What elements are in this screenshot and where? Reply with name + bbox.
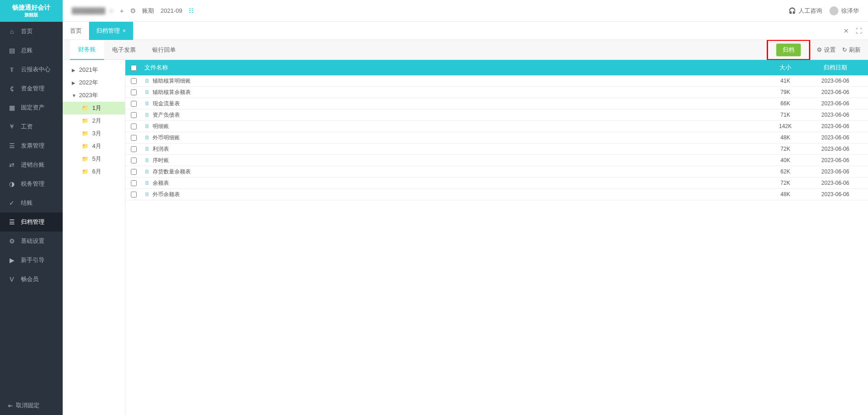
table-row[interactable]: 🗎辅助核算余额表 79K 2023-06-06	[125, 87, 868, 98]
sidebar-item[interactable]: ▤总账	[0, 41, 63, 60]
sidebar-item[interactable]: ✓结账	[0, 193, 63, 212]
tab[interactable]: 首页	[63, 22, 89, 40]
tree-year-node[interactable]: ▼2023年	[63, 89, 125, 102]
sidebar-item[interactable]: ₵资金管理	[0, 79, 63, 98]
file-icon: 🗎	[144, 191, 150, 198]
avatar	[829, 6, 838, 15]
table-row[interactable]: 🗎序时账 40K 2023-06-06	[125, 155, 868, 166]
tree-month-node[interactable]: 📁2月	[63, 114, 125, 127]
sub-tab[interactable]: 财务账	[70, 40, 104, 60]
row-checkbox[interactable]	[131, 146, 137, 152]
fullscreen-icon[interactable]: ⛶	[853, 25, 864, 36]
sidebar-icon: ⫪	[8, 66, 15, 73]
file-name: 利润表	[153, 145, 169, 153]
table-row[interactable]: 🗎明细账 142K 2023-06-06	[125, 121, 868, 132]
period-label: 账期	[142, 7, 154, 15]
table-row[interactable]: 🗎利润表 72K 2023-06-06	[125, 143, 868, 155]
period-value[interactable]: 2021-09	[160, 7, 182, 14]
sidebar-label: 归档管理	[21, 218, 45, 226]
table-row[interactable]: 🗎现金流量表 66K 2023-06-06	[125, 98, 868, 109]
refresh-button[interactable]: ↻ 刷新	[842, 46, 861, 54]
file-date: 2023-06-06	[808, 191, 863, 198]
file-size: 62K	[763, 168, 808, 175]
table-row[interactable]: 🗎存货数量余额表 62K 2023-06-06	[125, 166, 868, 178]
file-size: 66K	[763, 100, 808, 107]
sidebar-label: 固定资产	[21, 104, 45, 112]
table-row[interactable]: 🗎资产负债表 71K 2023-06-06	[125, 109, 868, 121]
row-checkbox[interactable]	[131, 89, 137, 95]
table-row[interactable]: 🗎辅助核算明细账 41K 2023-06-06	[125, 75, 868, 87]
row-checkbox[interactable]	[131, 124, 137, 129]
gear-icon[interactable]: ⚙	[130, 7, 136, 15]
month-label: 6月	[92, 168, 101, 176]
sidebar-icon: ₵	[8, 85, 15, 92]
month-label: 2月	[92, 117, 101, 125]
file-date: 2023-06-06	[808, 168, 863, 175]
logo[interactable]: 畅捷通好会计 旗舰版	[0, 0, 63, 22]
tree-month-node[interactable]: 📁3月	[63, 127, 125, 140]
file-icon: 🗎	[144, 100, 150, 107]
sidebar-item[interactable]: ⌂首页	[0, 22, 63, 41]
sidebar-label: 结账	[21, 199, 33, 207]
year-label: 2022年	[79, 79, 98, 87]
sidebar-icon: ￥	[8, 123, 15, 131]
tab-close-icon[interactable]: ×	[123, 28, 126, 34]
file-icon: 🗎	[144, 168, 150, 175]
tab[interactable]: 归档管理×	[89, 22, 133, 40]
settings-button[interactable]: ⚙ 设置	[817, 46, 836, 54]
consult-button[interactable]: 🎧 人工咨询	[789, 7, 822, 15]
table-row[interactable]: 🗎外币余额表 48K 2023-06-06	[125, 189, 868, 200]
sidebar-label: 首页	[21, 27, 33, 35]
tree-year-node[interactable]: ▶2022年	[63, 76, 125, 89]
plus-icon[interactable]: +	[120, 7, 124, 15]
table-row[interactable]: 🗎外币明细账 48K 2023-06-06	[125, 132, 868, 143]
tree-month-node[interactable]: 📁1月	[63, 102, 125, 114]
archive-button[interactable]: 归档	[776, 44, 801, 56]
file-date: 2023-06-06	[808, 157, 863, 163]
sidebar-label: 资金管理	[21, 84, 45, 93]
user-menu[interactable]: 徐泽华	[829, 6, 859, 15]
sidebar-item[interactable]: V畅会员	[0, 270, 63, 289]
company-selector[interactable]: ████████ ∨	[72, 7, 114, 14]
sidebar-item[interactable]: ☰归档管理	[0, 212, 63, 232]
sub-tab[interactable]: 电子发票	[104, 40, 144, 60]
sidebar-item[interactable]: ◑税务管理	[0, 174, 63, 193]
file-icon: 🗎	[144, 89, 150, 95]
month-label: 1月	[92, 104, 101, 112]
row-checkbox[interactable]	[131, 78, 137, 84]
folder-icon: 📁	[82, 105, 89, 111]
table-row[interactable]: 🗎余额表 72K 2023-06-06	[125, 178, 868, 189]
tree-month-node[interactable]: 📁5月	[63, 153, 125, 165]
file-name: 存货数量余额表	[153, 168, 191, 176]
row-checkbox[interactable]	[131, 169, 137, 175]
refresh-label: 刷新	[849, 46, 861, 54]
row-checkbox[interactable]	[131, 192, 137, 198]
tree-month-node[interactable]: 📁4月	[63, 140, 125, 153]
sidebar-item[interactable]: ▦固定资产	[0, 98, 63, 117]
select-all-checkbox[interactable]	[131, 65, 137, 71]
close-icon[interactable]: ✕	[841, 25, 852, 36]
sidebar-item[interactable]: ⇄进销台账	[0, 155, 63, 174]
row-checkbox[interactable]	[131, 112, 137, 118]
calendar-icon[interactable]: ☷	[188, 7, 194, 14]
sidebar-item[interactable]: ▶新手引导	[0, 251, 63, 270]
file-date: 2023-06-06	[808, 180, 863, 186]
row-checkbox[interactable]	[131, 101, 137, 107]
month-label: 5月	[92, 155, 101, 163]
sidebar-item[interactable]: ☰发票管理	[0, 136, 63, 155]
row-checkbox[interactable]	[131, 135, 137, 141]
sidebar-item[interactable]: ⫪云报表中心	[0, 60, 63, 79]
row-checkbox[interactable]	[131, 180, 137, 186]
sidebar-item[interactable]: ￥工资	[0, 117, 63, 136]
tree-month-node[interactable]: 📁6月	[63, 165, 125, 178]
sidebar-unpin[interactable]: ⇤ 取消固定	[0, 396, 63, 415]
sidebar-item[interactable]: ⚙基础设置	[0, 232, 63, 251]
sidebar-label: 工资	[21, 123, 33, 131]
sub-tab[interactable]: 银行回单	[144, 40, 184, 60]
row-checkbox[interactable]	[131, 158, 137, 163]
gear-icon: ⚙	[817, 46, 822, 53]
tree-year-node[interactable]: ▶2021年	[63, 64, 125, 76]
col-date-header: 归档日期	[808, 64, 863, 72]
main-content: 首页归档管理× ✕ ⛶ 财务账电子发票银行回单 归档 ⚙ 设置 ↻ 刷新	[63, 22, 868, 415]
sidebar-label: 新手引导	[21, 256, 45, 264]
